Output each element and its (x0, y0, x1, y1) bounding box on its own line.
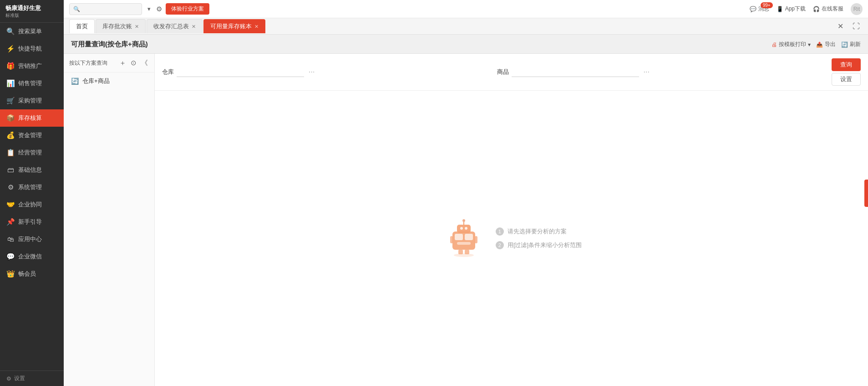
sidebar-item-inventory[interactable]: 📦 库存核算 (0, 109, 64, 127)
tab-summary-close[interactable]: ✕ (192, 24, 196, 30)
tab-actions: ✕ ⛶ (835, 21, 863, 31)
inventory-icon: 📦 (6, 114, 15, 122)
sidebar-bottom-label: 设置 (14, 375, 25, 382)
topbar-gear-icon[interactable]: ⚙ (156, 5, 162, 13)
svg-rect-8 (457, 225, 471, 233)
scheme-add-btn[interactable]: ＋ (118, 58, 127, 67)
goods-label: 商品 (497, 68, 509, 76)
topbar-dropdown[interactable]: ▾ (146, 5, 152, 12)
sidebar-item-weixin[interactable]: 💬 企业微信 (0, 248, 64, 265)
tab-available-label: 可用量库存账本 (210, 22, 252, 31)
sidebar-item-member[interactable]: 👑 畅会员 (0, 265, 64, 283)
sidebar-item-label: 经营管理 (18, 149, 42, 157)
sidebar-item-sales[interactable]: 📊 销售管理 (0, 75, 64, 92)
empty-illustration (441, 216, 487, 261)
query-btn[interactable]: 查询 (832, 58, 861, 71)
industry-btn[interactable]: 体验行业方案 (166, 3, 209, 15)
tab-summary-label: 收发存汇总表 (153, 22, 189, 31)
sidebar-item-label: 系统管理 (18, 183, 42, 191)
newbie-icon: 📌 (6, 218, 15, 226)
refresh-icon: 🔄 (841, 41, 848, 48)
system-icon: ⚙ (6, 183, 15, 191)
svg-rect-3 (457, 242, 471, 245)
cart-icon: 🛒 (6, 97, 15, 105)
page-header: 可用量查询(按仓库+商品) 🖨 按模板打印 ▾ 📤 导出 🔄 刷新 (64, 35, 868, 54)
sidebar-item-appstore[interactable]: 🛍 应用中心 (0, 231, 64, 248)
sidebar-item-label: 资金管理 (18, 131, 42, 139)
export-btn[interactable]: 📤 导出 (816, 41, 836, 48)
right-edge-strip (864, 180, 868, 207)
hint-1-text: 请先选择要分析的方案 (508, 227, 567, 236)
scheme-header-actions: ＋ ⊙ 《 (118, 58, 149, 67)
warehouse-label: 仓库 (162, 68, 174, 76)
app-download-btn[interactable]: 📱 App下载 (777, 5, 806, 13)
logo-title: 畅康通好生意 (5, 5, 58, 12)
tab-expand-btn[interactable]: ⛶ (850, 21, 863, 31)
sidebar-item-shortcut[interactable]: ⚡ 快捷导航 (0, 40, 64, 57)
appstore-icon: 🛍 (6, 235, 15, 243)
scheme-item-warehouse-goods[interactable]: 🔄 仓库+商品 (64, 72, 154, 90)
gift-icon: 🎁 (6, 62, 15, 70)
right-panel: 仓库 ··· 商品 ··· 查询 设置 (155, 54, 868, 386)
sidebar-item-label: 新手引导 (18, 218, 42, 226)
tab-summary[interactable]: 收发存汇总表 ✕ (147, 19, 203, 33)
sidebar-item-finance[interactable]: 💰 资金管理 (0, 127, 64, 144)
sidebar-item-label: 采购管理 (18, 97, 42, 105)
topbar-search-box[interactable]: 🔍 (69, 3, 142, 15)
message-btn[interactable]: 💬 消息 99+ (750, 5, 769, 13)
empty-state: 1 请先选择要分析的方案 2 用[过滤]条件来缩小分析范围 (155, 91, 868, 386)
enterprise-icon: 🤝 (6, 201, 15, 209)
print-dropdown-icon[interactable]: ▾ (808, 41, 811, 48)
sidebar-item-newbie[interactable]: 📌 新手引导 (0, 213, 64, 231)
refresh-label: 刷新 (850, 41, 861, 48)
content: 按以下方案查询 ＋ ⊙ 《 🔄 仓库+商品 仓库 ··· (64, 54, 868, 386)
tabs-bar: 首页 库存批次账 ✕ 收发存汇总表 ✕ 可用量库存账本 ✕ ✕ ⛶ (64, 18, 868, 35)
sidebar-item-label: 基础信息 (18, 166, 42, 174)
refresh-btn[interactable]: 🔄 刷新 (841, 41, 861, 48)
hint-2-text: 用[过滤]条件来缩小分析范围 (508, 241, 582, 249)
sidebar-item-label: 搜索菜单 (18, 27, 42, 36)
tab-home[interactable]: 首页 (69, 19, 95, 33)
tab-available[interactable]: 可用量库存账本 ✕ (203, 19, 265, 33)
sidebar-item-operations[interactable]: 📋 经营管理 (0, 144, 64, 161)
warehouse-more-btn[interactable]: ··· (307, 68, 316, 76)
tab-batch-close[interactable]: ✕ (135, 24, 139, 30)
app-download-label: App下载 (785, 5, 806, 13)
sidebar-item-label: 库存核算 (18, 114, 42, 122)
settings-btn[interactable]: 设置 (832, 73, 861, 86)
tab-available-close[interactable]: ✕ (254, 24, 259, 30)
print-template-btn[interactable]: 🖨 按模板打印 ▾ (772, 41, 811, 48)
sidebar-item-purchase[interactable]: 🛒 采购管理 (0, 92, 64, 109)
mobile-icon: 📱 (777, 6, 783, 12)
goods-input[interactable] (512, 67, 639, 77)
sidebar-item-label: 销售管理 (18, 79, 42, 87)
print-label: 按模板打印 (779, 41, 806, 48)
online-service-btn[interactable]: 🎧 在线客服 (813, 5, 843, 13)
filter-row: 仓库 ··· 商品 ··· 查询 设置 (155, 54, 868, 91)
step-2-circle: 2 (496, 241, 504, 249)
goods-more-btn[interactable]: ··· (642, 68, 651, 76)
logo-badge: 标准版 (5, 12, 58, 19)
svg-point-13 (454, 253, 474, 257)
shortcut-icon: ⚡ (6, 45, 15, 53)
sidebar-item-system[interactable]: ⚙ 系统管理 (0, 179, 64, 196)
empty-text: 1 请先选择要分析的方案 2 用[过滤]条件来缩小分析范围 (496, 227, 582, 249)
filter-warehouse: 仓库 ··· (162, 67, 488, 77)
sidebar-item-marketing[interactable]: 🎁 营销推广 (0, 57, 64, 75)
tab-batch[interactable]: 库存批次账 ✕ (96, 19, 146, 33)
topbar-right: 💬 消息 99+ 📱 App下载 🎧 在线客服 Rit (750, 3, 863, 15)
tab-close-all-btn[interactable]: ✕ (835, 21, 846, 31)
scheme-collapse-btn[interactable]: 《 (140, 58, 149, 67)
sidebar-item-enterprise[interactable]: 🤝 企业协同 (0, 196, 64, 213)
sidebar-item-search[interactable]: 🔍 搜索菜单 (0, 23, 64, 40)
user-avatar[interactable]: Rit (851, 3, 863, 15)
scheme-settings-btn[interactable]: ⊙ (129, 58, 138, 67)
sidebar-settings[interactable]: ⚙ 设置 (0, 371, 64, 386)
sidebar-item-basic[interactable]: 🗃 基础信息 (0, 161, 64, 179)
scheme-item-label: 仓库+商品 (82, 77, 110, 85)
topbar: 🔍 ▾ ⚙ 体验行业方案 💬 消息 99+ 📱 App下载 🎧 在线客服 Rit (64, 0, 868, 18)
warehouse-input[interactable] (177, 67, 304, 77)
sidebar-item-label: 畅会员 (18, 270, 36, 278)
sidebar-logo: 畅康通好生意 标准版 (0, 0, 64, 23)
step-1-circle: 1 (496, 227, 504, 236)
